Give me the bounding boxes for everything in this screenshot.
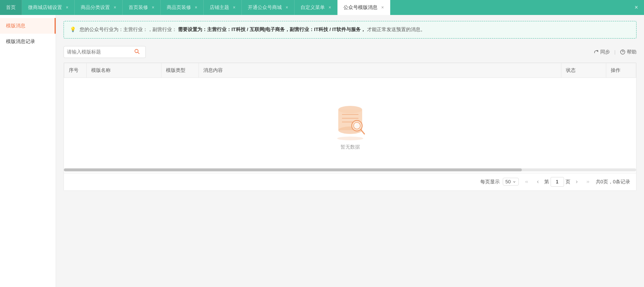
notice-suffix: 才能正常发送预置的消息。 xyxy=(367,27,425,32)
col-content: 消息内容 xyxy=(199,63,561,77)
help-button[interactable]: 帮助 xyxy=(620,49,637,55)
per-page-label: 每页显示 xyxy=(480,178,500,185)
notice-prefix: 您的公众号行业为：主营行业：，副营行业： xyxy=(80,27,177,32)
search-icon[interactable] xyxy=(134,49,140,55)
main-layout: 模版消息 模版消息记录 💡 您的公众号行业为：主营行业：，副营行业： 需要设置为… xyxy=(0,15,644,287)
svg-point-13 xyxy=(354,123,357,125)
search-input[interactable] xyxy=(67,46,134,58)
tab-mall[interactable]: 开通公众号商城 × xyxy=(242,0,295,15)
scroll-thumb[interactable] xyxy=(64,168,522,171)
last-page-button[interactable] xyxy=(583,177,593,187)
toolbar-divider: | xyxy=(614,49,616,55)
col-seq: 序号 xyxy=(64,63,87,77)
search-bar: 同步 | 帮助 xyxy=(64,46,637,58)
tab-product[interactable]: 商品页装修 × xyxy=(161,0,204,15)
tab-wshop[interactable]: 微商城店铺设置 × xyxy=(22,0,75,15)
close-tab-homepage[interactable]: × xyxy=(152,5,154,10)
tab-bar-close-btn[interactable]: × xyxy=(629,4,644,11)
col-status: 状态 xyxy=(561,63,606,77)
pagination: 每页显示 50 xyxy=(64,173,636,190)
page-label: 第 xyxy=(544,178,549,185)
empty-illustration xyxy=(332,100,369,138)
prev-page-button[interactable] xyxy=(533,177,543,187)
sidebar-item-template-record[interactable]: 模版消息记录 xyxy=(0,34,56,49)
svg-line-12 xyxy=(361,129,364,134)
data-table: 序号 模版名称 模版类型 消息内容 状态 操作 xyxy=(64,63,636,78)
page-nav: 第 页 xyxy=(522,177,593,187)
empty-text: 暂无数据 xyxy=(64,144,636,150)
tab-bar: 首页 微商城店铺设置 × 商品分类设置 × 首页装修 × 商品页装修 × 店铺主… xyxy=(0,0,644,15)
empty-state: 暂无数据 xyxy=(64,78,636,165)
sync-button[interactable]: 同步 xyxy=(594,49,610,55)
toolbar-right: 同步 | 帮助 xyxy=(594,49,637,55)
svg-point-14 xyxy=(337,137,363,140)
first-page-button[interactable] xyxy=(522,177,531,187)
content-area: 💡 您的公众号行业为：主营行业：，副营行业： 需要设置为：主营行业：IT科技 /… xyxy=(56,15,644,287)
next-page-button[interactable] xyxy=(572,177,582,187)
tab-home[interactable]: 首页 xyxy=(0,0,22,15)
notice-icon: 💡 xyxy=(70,27,76,32)
col-type: 模版类型 xyxy=(161,63,199,77)
total-label: 共0页，0条记录 xyxy=(596,178,630,185)
col-action: 操作 xyxy=(606,63,636,77)
search-input-wrap[interactable] xyxy=(64,46,146,58)
close-tab-theme[interactable]: × xyxy=(233,5,235,10)
close-tab-template[interactable]: × xyxy=(381,5,384,10)
table-wrapper: 序号 模版名称 模版类型 消息内容 状态 操作 xyxy=(64,62,637,191)
tab-homepage[interactable]: 首页装修 × xyxy=(123,0,161,15)
sidebar-item-template-msg[interactable]: 模版消息 xyxy=(0,18,56,34)
tab-menu[interactable]: 自定义菜单 × xyxy=(295,0,338,15)
tab-template[interactable]: 公众号模版消息 × xyxy=(338,0,390,15)
close-tab-mall[interactable]: × xyxy=(286,5,288,10)
page-unit: 页 xyxy=(566,178,570,185)
svg-point-11 xyxy=(354,122,360,129)
close-tab-product[interactable]: × xyxy=(195,5,197,10)
horizontal-scrollbar[interactable] xyxy=(64,165,636,173)
svg-line-1 xyxy=(138,52,139,54)
page-size-select[interactable]: 50 xyxy=(503,178,518,186)
close-tab-wshop[interactable]: × xyxy=(66,5,68,10)
scroll-track xyxy=(64,168,636,171)
tab-category[interactable]: 商品分类设置 × xyxy=(75,0,123,15)
svg-point-0 xyxy=(135,49,138,53)
notice-box: 💡 您的公众号行业为：主营行业：，副营行业： 需要设置为：主营行业：IT科技 /… xyxy=(64,21,637,39)
notice-highlight: 需要设置为：主营行业：IT科技 / 互联网|电子商务，副营行业：IT科技 / I… xyxy=(178,27,366,32)
close-tab-category[interactable]: × xyxy=(114,5,116,10)
page-input[interactable] xyxy=(551,177,564,187)
close-tab-menu[interactable]: × xyxy=(329,5,331,10)
col-name: 模版名称 xyxy=(87,63,161,77)
tab-theme[interactable]: 店铺主题 × xyxy=(204,0,242,15)
sidebar: 模版消息 模版消息记录 xyxy=(0,15,56,287)
